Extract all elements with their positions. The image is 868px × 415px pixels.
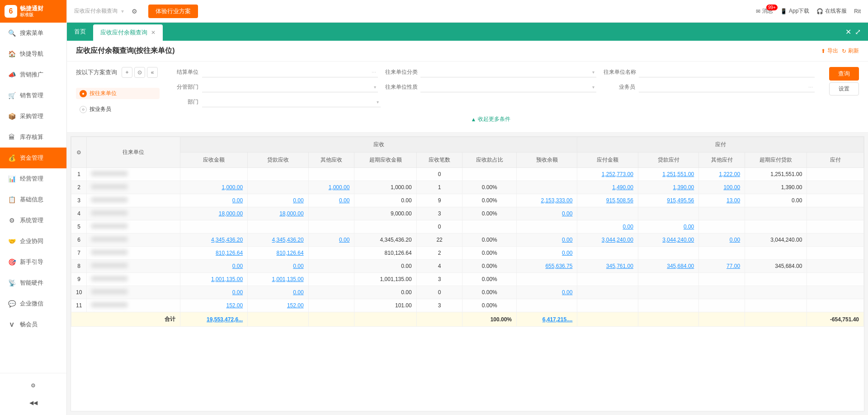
unit-nature-input[interactable] [420, 82, 592, 92]
filter-field-salesperson: 业务员 ··· [604, 82, 815, 92]
row-pay-rest-10 [807, 299, 864, 312]
data-table-wrapper: ⚙ 往来单位 应收 应付 应收金额 贷款应收 其他应收 超期应收金额 应收笔数 … [71, 136, 864, 411]
sidebar-item-purchase[interactable]: 📦 采购管理 [0, 106, 66, 127]
header-gear-btn[interactable]: ⚙ [127, 5, 141, 18]
filter-option-bysales[interactable]: ○ 按业务员 [76, 104, 160, 115]
row-recv-advance-1 [517, 181, 577, 194]
header-message-btn[interactable]: ✉ 消息 99+ [756, 7, 773, 15]
row-pay-amount-4: 0.00 [577, 220, 638, 234]
sales-icon: 🛒 [7, 91, 16, 100]
row-pay-loan-9 [638, 286, 698, 299]
row-pay-other-1: 100.00 [699, 181, 745, 194]
row-pay-loan-2: 915,495.56 [638, 194, 698, 207]
row-recv-other-3 [308, 207, 354, 220]
row-partner-7 [87, 260, 180, 273]
row-recv-count-4: 0 [416, 220, 462, 234]
table-row: 4 18,000.00 18,000.00 9,000.00 3 0.00% 0… [71, 207, 864, 220]
row-recv-loan-7: 0.00 [248, 260, 308, 273]
sidebar-item-basic[interactable]: 📋 基础信息 [0, 189, 66, 210]
row-recv-amount-0 [180, 168, 247, 181]
sidebar-item-hardware[interactable]: 📡 智能硬件 [0, 272, 66, 293]
row-partner-10 [87, 299, 180, 312]
salesperson-ellipsis-icon[interactable]: ··· [807, 84, 815, 90]
header-app-download-btn[interactable]: 📱 App下载 [780, 7, 809, 15]
row-recv-loan-5: 4,345,436.20 [248, 234, 308, 247]
filter-field-unitnature: 往来单位性质 ▾ [385, 82, 596, 92]
header-service-btn[interactable]: 🎧 在线客服 [816, 7, 847, 15]
export-btn[interactable]: ⬆ 导出 [821, 47, 838, 55]
sidebar-collapse-btn[interactable]: ◀◀ [0, 394, 66, 411]
settings-btn[interactable]: 设置 [829, 82, 859, 95]
table-total-row: 合计 19,553,472,6... 100.00% 6,417,215....… [71, 312, 864, 327]
row-pay-loan-5: 3,044,240.00 [638, 234, 698, 247]
table-gear-icon[interactable]: ⚙ [76, 149, 81, 156]
table-container[interactable]: ⚙ 往来单位 应收 应付 应收金额 贷款应收 其他应收 超期应收金额 应收笔数 … [71, 137, 864, 411]
total-recv-amount[interactable]: 19,553,472,6... [180, 312, 247, 327]
query-btn[interactable]: 查询 [829, 67, 859, 81]
row-recv-amount-1: 1,000.00 [180, 181, 247, 194]
col-settings-gear: ⚙ [71, 137, 87, 168]
sidebar-item-wechat[interactable]: 💬 企业微信 [0, 293, 66, 314]
row-recv-loan-8: 1,001,135.00 [248, 273, 308, 286]
sidebar-item-inventory[interactable]: 🏛 库存核算 [0, 127, 66, 148]
sidebar-item-system[interactable]: ⚙ 系统管理 [0, 210, 66, 231]
refresh-icon: ↻ [842, 48, 846, 54]
dept-input[interactable] [202, 82, 374, 92]
header-user-btn[interactable]: Rit [854, 8, 861, 14]
sidebar-item-guide[interactable]: 🎯 新手引导 [0, 252, 66, 272]
tab-arbalance[interactable]: 应收应付余额查询 ✕ [93, 24, 163, 41]
filter-collapse-btn[interactable]: ▲ 收起更多条件 [167, 112, 815, 127]
row-pay-other-2: 13.00 [699, 194, 745, 207]
department-input[interactable] [202, 97, 377, 107]
row-recv-ratio-7: 0.00% [462, 260, 517, 273]
row-recv-overdue-10: 101.00 [354, 299, 416, 312]
col-partner: 往来单位 [87, 137, 180, 168]
total-recv-advance: 6,417,215.... [517, 312, 577, 327]
sidebar-item-member[interactable]: V 畅会员 [0, 314, 66, 335]
trial-btn[interactable]: 体验行业方案 [148, 5, 198, 18]
sidebar-item-finance[interactable]: 💰 资金管理 [0, 148, 66, 168]
row-recv-other-8 [308, 273, 354, 286]
settlement-ellipsis-icon[interactable]: ··· [370, 69, 378, 75]
filter-add-btn[interactable]: + [122, 67, 132, 78]
breadcrumb-chevron-icon: ▾ [121, 8, 124, 14]
unit-name-input[interactable] [639, 67, 815, 77]
filter-settings-icon-btn[interactable]: ⊙ [134, 67, 145, 78]
row-recv-other-4 [308, 220, 354, 234]
row-pay-amount-7: 345,761.00 [577, 260, 638, 273]
row-num-2: 3 [71, 194, 87, 207]
row-pay-amount-9 [577, 286, 638, 299]
filter-collapse-icon-btn[interactable]: « [147, 67, 158, 78]
row-recv-ratio-9: 0.00% [462, 286, 517, 299]
filter-option-byunit[interactable]: ● 按往来单位 [76, 88, 160, 99]
row-recv-ratio-10: 0.00% [462, 299, 517, 312]
tab-maximize-icon[interactable]: ⤢ [855, 28, 861, 36]
row-recv-count-3: 3 [416, 207, 462, 220]
row-recv-advance-9: 0.00 [517, 286, 577, 299]
tab-home[interactable]: 首页 [67, 23, 93, 41]
top-header: 应收应付余额查询 ▾ ⚙ 体验行业方案 ✉ 消息 99+ 📱 App下载 🎧 在… [67, 0, 868, 23]
page-title: 应收应付余额查询(按往来单位) [76, 46, 175, 56]
sidebar-item-marketing[interactable]: 📣 营销推广 [0, 64, 66, 85]
col-recv-loan: 贷款应收 [248, 153, 308, 168]
settlement-unit-input[interactable] [202, 67, 370, 77]
sidebar-settings-btn[interactable]: ⚙ [0, 377, 66, 394]
row-num-3: 4 [71, 207, 87, 220]
sidebar-item-search[interactable]: 🔍 搜索菜单 [0, 23, 66, 43]
table-row: 3 0.00 0.00 0.00 0.00 9 0.00% 2,153,333.… [71, 194, 864, 207]
row-recv-advance-7: 655,636.75 [517, 260, 577, 273]
row-recv-ratio-0 [462, 168, 517, 181]
row-pay-rest-9 [807, 286, 864, 299]
refresh-btn[interactable]: ↻ 刷新 [842, 47, 859, 55]
sidebar-item-quicknav[interactable]: 🏠 快捷导航 [0, 43, 66, 64]
sidebar-item-business[interactable]: 📊 经营管理 [0, 168, 66, 189]
row-recv-ratio-2: 0.00% [462, 194, 517, 207]
unit-category-input[interactable] [420, 67, 592, 77]
sidebar-item-corp[interactable]: 🤝 企业协同 [0, 231, 66, 252]
tab-close-icon[interactable]: ✕ [151, 29, 156, 36]
sidebar-item-sales[interactable]: 🛒 销售管理 [0, 85, 66, 106]
salesperson-input[interactable] [639, 82, 807, 92]
table-row: 7 810,126.64 810,126.64 810,126.64 2 0.0… [71, 247, 864, 260]
row-partner-4 [87, 220, 180, 234]
tab-close-window-icon[interactable]: ✕ [845, 28, 851, 36]
